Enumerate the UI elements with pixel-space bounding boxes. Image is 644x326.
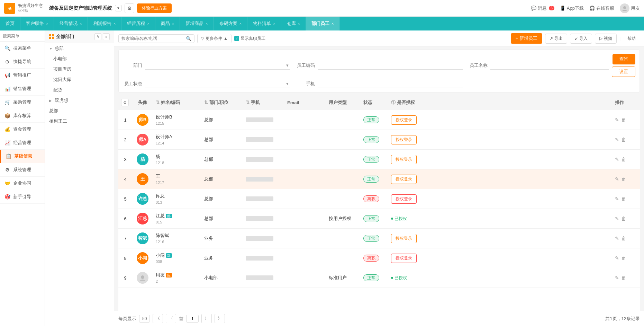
nav-tab-条码方案[interactable]: 条码方案 × [214, 17, 247, 30]
empstatus-filter-select[interactable]: ▾ [145, 80, 290, 88]
tab-close-物料清单[interactable]: × [273, 21, 275, 26]
nav-tab-客户联络[interactable]: 客户联络 × [20, 17, 54, 30]
export-btn[interactable]: ↗ 导出 [545, 34, 567, 44]
sidebar-item-企业协同[interactable]: 🤝企业协同 [0, 177, 45, 190]
collapse-tree-btn[interactable]: « [103, 33, 110, 40]
edit-icon[interactable]: ✎ [615, 236, 619, 241]
sidebar-item-采购管理[interactable]: 🛒采购管理 [0, 96, 45, 109]
delete-icon[interactable]: 🗑 [621, 176, 626, 182]
nav-tab-仓库[interactable]: 仓库 × [281, 17, 306, 30]
tree-node-xiaodiaobu[interactable]: 小电部 [45, 54, 114, 64]
tab-close-客户联络[interactable]: × [46, 21, 48, 26]
phone-filter-input[interactable] [318, 80, 463, 88]
chevron-right-icon[interactable]: 〉 [201, 314, 212, 323]
tree-node-peihuo[interactable]: 配货 [45, 85, 114, 95]
search-input[interactable] [121, 36, 184, 41]
more-filter-btn[interactable]: ▽ 更多条件 ▲ [197, 34, 232, 43]
nav-tab-经营历程[interactable]: 经营历程 × [121, 17, 155, 30]
edit-dept-btn[interactable]: ✎ [94, 33, 101, 40]
sidebar-item-系统管理[interactable]: ⚙系统管理 [0, 163, 45, 177]
sidebar-item-新手引导[interactable]: 🎯新手引导 [0, 190, 45, 204]
tab-close-利润报告[interactable]: × [114, 21, 116, 26]
message-btn[interactable]: 💬 消息 6 [531, 5, 554, 11]
tree-node-xiangmukufang[interactable]: 项目库房 [45, 64, 114, 74]
sidebar-search-input[interactable] [3, 34, 45, 38]
nav-tab-新增商品[interactable]: 新增商品 × [180, 17, 214, 30]
chevron-left-left-icon[interactable]: 《 [153, 314, 163, 323]
nav-tab-首页[interactable]: 首页 [0, 17, 20, 30]
sidebar-item-库存核算[interactable]: 📦库存核算 [0, 109, 45, 123]
system-dropdown-btn[interactable]: ▾ [115, 5, 122, 11]
tree-node-shenyangtaku[interactable]: 沈阳大库 [45, 74, 114, 85]
auth-btn[interactable]: 授权登录 [391, 135, 417, 144]
tree-node-zongbu-parent[interactable]: ▼ 总部 [45, 43, 114, 54]
query-btn[interactable]: 查询 [613, 54, 635, 64]
col-settings-btn[interactable]: ⚙ [121, 99, 129, 106]
tab-close-新增商品[interactable]: × [206, 21, 208, 26]
add-employee-btn[interactable]: + 新增员工 [511, 33, 542, 44]
sidebar-item-资金管理[interactable]: 💰资金管理 [0, 123, 45, 136]
online-service-btn[interactable]: 🎧 在线客服 [589, 5, 614, 11]
edit-icon[interactable]: ✎ [615, 176, 619, 182]
delete-icon[interactable]: 🗑 [621, 137, 626, 142]
settings-btn[interactable]: 设置 [612, 67, 635, 77]
sidebar-item-快捷导航[interactable]: ⊙快捷导航 [0, 55, 45, 69]
app-download-btn[interactable]: 📱 App下载 [560, 5, 584, 11]
sidebar-item-搜索菜单[interactable]: 🔍搜索菜单 [0, 42, 45, 55]
edit-icon[interactable]: ✎ [615, 137, 619, 142]
chevron-left-icon[interactable]: 〈 [166, 314, 176, 323]
tab-close-商品[interactable]: × [172, 21, 174, 26]
user-menu-btn[interactable]: 用友 [620, 3, 640, 13]
tab-close-经营情况[interactable]: × [80, 21, 82, 26]
delete-icon[interactable]: 🗑 [621, 117, 626, 123]
edit-icon[interactable]: ✎ [615, 275, 619, 281]
current-page-input[interactable] [186, 315, 199, 323]
delete-icon[interactable]: 🗑 [621, 236, 626, 241]
avatar [137, 272, 148, 284]
cell-auth: 授权登录 [388, 229, 437, 248]
chevron-right-right-icon[interactable]: 》 [215, 314, 225, 323]
empname-filter-input[interactable] [490, 61, 609, 70]
tree-node-shuanghuxiang[interactable]: ▶ 双虎想 [45, 95, 114, 106]
delete-icon[interactable]: 🗑 [621, 275, 626, 281]
tree-node-zongbu2[interactable]: 总部 [45, 106, 114, 116]
sidebar-item-营销推广[interactable]: 📢营销推广 [0, 69, 45, 82]
tab-close-条码方案[interactable]: × [239, 21, 242, 26]
sidebar-item-销售管理[interactable]: 📊销售管理 [0, 82, 45, 96]
empcode-filter-input[interactable] [318, 61, 463, 70]
nav-tab-部门员工[interactable]: 部门员工 × [306, 17, 339, 30]
auth-btn[interactable]: 授权登录 [391, 155, 417, 164]
auth-btn[interactable]: 授权登录 [391, 194, 417, 204]
auth-btn[interactable]: 授权登录 [391, 254, 417, 263]
auth-btn[interactable]: 授权登录 [391, 175, 417, 184]
delete-icon[interactable]: 🗑 [621, 157, 626, 162]
sidebar-item-经营管理[interactable]: 📈经营管理 [0, 136, 45, 150]
edit-icon[interactable]: ✎ [615, 255, 619, 261]
sidebar-item-基础信息[interactable]: 📋基础信息 [0, 150, 45, 163]
delete-icon[interactable]: 🗑 [621, 255, 626, 261]
tab-close-经营历程[interactable]: × [147, 21, 149, 26]
settings-gear-btn[interactable]: ⚙ [125, 3, 134, 13]
nav-tab-物料清单[interactable]: 物料清单 × [247, 17, 281, 30]
tab-close-部门员工[interactable]: × [332, 21, 334, 26]
tree-node-zhishuwanger[interactable]: 植树王二 [45, 116, 114, 126]
edit-icon[interactable]: ✎ [615, 216, 619, 221]
help-btn[interactable]: 帮助 [623, 34, 640, 43]
edit-icon[interactable]: ✎ [615, 196, 619, 202]
edit-icon[interactable]: ✎ [615, 157, 619, 162]
import-btn[interactable]: ↙ 导入 [570, 34, 592, 44]
page-size-select[interactable]: 50 [139, 315, 150, 323]
delete-icon[interactable]: 🗑 [621, 196, 626, 202]
tab-close-仓库[interactable]: × [298, 21, 300, 26]
nav-tab-商品[interactable]: 商品 × [155, 17, 180, 30]
trial-btn[interactable]: 体验行业方案 [137, 3, 172, 13]
auth-btn[interactable]: 授权登录 [391, 234, 417, 243]
nav-tab-利润报告[interactable]: 利润报告 × [88, 17, 121, 30]
dept-filter-select[interactable]: ▾ [145, 61, 290, 70]
auth-btn[interactable]: 授权登录 [391, 115, 417, 125]
edit-icon[interactable]: ✎ [615, 117, 619, 123]
show-resigned-checkbox[interactable]: ✓ 显示离职员工 [234, 36, 265, 42]
video-btn[interactable]: ▷ 视频 [595, 34, 617, 44]
delete-icon[interactable]: 🗑 [621, 216, 626, 221]
nav-tab-经营情况[interactable]: 经营情况 × [54, 17, 88, 30]
